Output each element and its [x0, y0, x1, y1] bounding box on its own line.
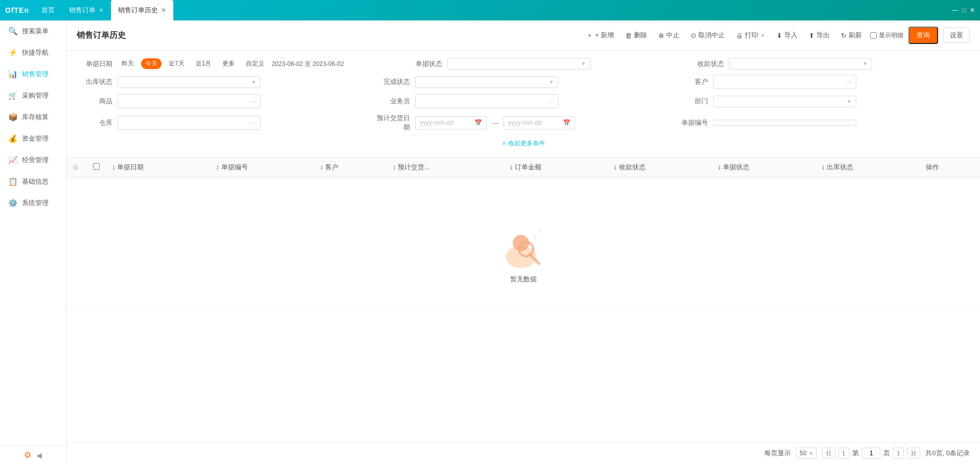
maximize-btn[interactable]: □ — [962, 7, 966, 14]
tab-home[interactable]: 首页 — [34, 0, 62, 20]
custom-btn[interactable]: 自定义 — [242, 58, 268, 70]
complete-status-select[interactable]: ▼ — [415, 76, 558, 88]
stop-btn[interactable]: ⊗ 中止 — [655, 29, 682, 42]
delete-btn[interactable]: 🗑 删除 — [622, 29, 650, 42]
svg-text:?: ? — [538, 229, 541, 235]
close-sales-order-history-tab[interactable]: ✕ — [161, 7, 166, 14]
print-btn[interactable]: 🖨 打印 ▼ — [733, 29, 768, 42]
dept-label: 部门 — [672, 97, 713, 106]
out-status-select[interactable]: ▼ — [118, 76, 261, 88]
sidebar-item-search-menu[interactable]: 🔍 搜索菜单 — [0, 20, 66, 42]
header-row: ⚙ ↕ 单据日期 ↕ 单据编号 — [66, 158, 980, 178]
warehouse-control: ··· — [118, 116, 374, 130]
out-status-arrow: ▼ — [251, 79, 256, 85]
sidebar-item-inventory[interactable]: 📦 库存核算 — [0, 106, 66, 128]
empty-illustration: ? ? ~ — [493, 224, 554, 275]
toolbar: ＋ + 新增 🗑 删除 ⊗ 中止 ⊙ 取消中止 🖨 打印 — [583, 27, 970, 44]
display-detail-check[interactable]: 显示明细 — [870, 31, 903, 40]
close-app-btn[interactable]: ✕ — [970, 7, 975, 14]
sidebar-collapse-btn[interactable]: ◀ — [36, 451, 42, 459]
collapse-label: ∧ 收起更多条件 — [502, 140, 545, 147]
page-size-arrow: ▼ — [808, 451, 813, 456]
collapse-row[interactable]: ∧ 收起更多条件 — [77, 137, 970, 150]
sidebar-item-operations[interactable]: 📈 经营管理 — [0, 149, 66, 171]
prev-page-btn[interactable]: ⟨ — [838, 448, 849, 459]
salesperson-label: 业务员 — [374, 97, 415, 106]
top-bar: OfTEn 首页 销售订单 ✕ 销售订单历史 ✕ — □ ✕ — [0, 0, 980, 20]
page-size-select[interactable]: 50 ▼ — [796, 448, 817, 459]
data-table: ⚙ ↕ 单据日期 ↕ 单据编号 — [66, 158, 980, 310]
import-btn[interactable]: ⬇ 导入 — [773, 29, 801, 42]
filter-row-4: 仓库 ··· 预计交货日期 yyyy-mm-dd 📅 — yyyy-mm-d — [77, 114, 970, 132]
refresh-btn[interactable]: ↻ 刷新 — [838, 29, 865, 42]
customer-label: 客户 — [672, 77, 713, 86]
stop-icon: ⊗ — [658, 32, 664, 39]
complete-status-label: 完成状态 — [374, 77, 415, 86]
doc-status-select[interactable]: ▼ — [447, 58, 590, 70]
sidebar-item-sales-mgmt[interactable]: 📊 销售管理 — [0, 63, 66, 85]
sidebar-item-base-info[interactable]: 📋 基础信息 — [0, 171, 66, 192]
last-page-btn[interactable]: ⟩⟩ — [907, 448, 920, 459]
total-info: 共0页, 0条记录 — [925, 449, 970, 458]
warehouse-dots: ··· — [250, 119, 256, 127]
7days-btn[interactable]: 近7天 — [165, 58, 189, 70]
page-label: 第 — [852, 449, 859, 458]
page-title-bar: 销售订单历史 ＋ + 新增 🗑 删除 ⊗ 中止 ⊙ 取消中止 — [66, 20, 980, 51]
receipt-status-select[interactable]: ▼ — [729, 58, 872, 70]
page-input[interactable] — [862, 448, 880, 459]
col-doc-status: ↕ 单据状态 — [712, 158, 815, 178]
dept-select[interactable]: ▼ — [713, 96, 856, 107]
table-header: ⚙ ↕ 单据日期 ↕ 单据编号 — [66, 158, 980, 178]
column-settings-icon[interactable]: ⚙ — [73, 164, 79, 171]
tab-sales-order[interactable]: 销售订单 ✕ — [62, 0, 111, 20]
doc-number-label: 单据编号 — [672, 118, 713, 127]
receipt-status-label: 收款状态 — [688, 59, 729, 69]
new-btn[interactable]: ＋ + 新增 — [583, 29, 617, 42]
customer-select[interactable]: ··· — [713, 75, 856, 89]
display-detail-checkbox[interactable] — [870, 32, 877, 39]
expected-date-label: 预计交货日期 — [374, 114, 415, 132]
main-layout: 🔍 搜索菜单 ⚡ 快捷导航 📊 销售管理 🛒 采购管理 📦 库存核算 💰 资金管… — [0, 20, 980, 464]
table-body: ? ? ~ 暂无数据 — [66, 178, 980, 310]
sidebar-item-finance[interactable]: 💰 资金管理 — [0, 128, 66, 149]
tab-sales-order-history[interactable]: 销售订单历史 ✕ — [111, 0, 173, 20]
select-all-checkbox[interactable] — [93, 163, 100, 170]
cancel-stop-icon: ⊙ — [691, 32, 696, 39]
dept-control: ▼ — [713, 96, 970, 107]
col-out-status: ↕ 出库状态 — [815, 158, 919, 178]
expected-date-from[interactable]: yyyy-mm-dd 📅 — [415, 116, 487, 129]
receipt-status-control: ▼ — [729, 58, 970, 70]
sidebar-item-purchase-mgmt[interactable]: 🛒 采购管理 — [0, 85, 66, 106]
settings-btn[interactable]: 设置 — [943, 28, 970, 43]
empty-state-row: ? ? ~ 暂无数据 — [66, 178, 980, 310]
export-btn[interactable]: ⬆ 导出 — [806, 29, 833, 42]
customer-dots: ··· — [846, 78, 852, 86]
calendar-from-icon[interactable]: 📅 — [474, 119, 482, 126]
sidebar: 🔍 搜索菜单 ⚡ 快捷导航 📊 销售管理 🛒 采购管理 📦 库存核算 💰 资金管… — [0, 20, 66, 464]
more-btn[interactable]: 更多 — [218, 58, 239, 70]
date-separator: — — [490, 119, 500, 127]
salesperson-select[interactable]: ··· — [415, 94, 558, 108]
yesterday-btn[interactable]: 昨天 — [118, 58, 138, 70]
delete-icon: 🗑 — [625, 32, 632, 39]
sidebar-item-quick-nav[interactable]: ⚡ 快捷导航 — [0, 42, 66, 63]
sidebar-settings-btn[interactable]: ⚙ — [24, 450, 31, 460]
pagination: ⟨⟨ ⟨ 第 页 ⟩ ⟩⟩ — [822, 448, 920, 459]
calendar-to-icon[interactable]: 📅 — [563, 119, 571, 126]
sidebar-item-system[interactable]: ⚙️ 系统管理 — [0, 192, 66, 214]
goods-select[interactable]: ··· — [118, 94, 261, 108]
first-page-btn[interactable]: ⟨⟨ — [822, 448, 835, 459]
1month-btn[interactable]: 近1月 — [192, 58, 216, 70]
query-btn[interactable]: 查询 — [908, 27, 938, 44]
next-page-btn[interactable]: ⟩ — [893, 448, 904, 459]
doc-number-input[interactable] — [713, 120, 856, 126]
base-info-icon: 📋 — [8, 177, 18, 186]
minimize-btn[interactable]: — — [952, 7, 958, 14]
warehouse-select[interactable]: ··· — [118, 116, 261, 130]
cancel-stop-btn[interactable]: ⊙ 取消中止 — [688, 29, 728, 42]
expected-date-to[interactable]: yyyy-mm-dd 📅 — [504, 116, 575, 129]
filter-row-3: 商品 ··· 业务员 ··· 部门 — [77, 94, 970, 108]
today-btn[interactable]: 今天 — [141, 58, 162, 69]
svg-text:?: ? — [533, 234, 536, 241]
close-sales-order-tab[interactable]: ✕ — [99, 7, 104, 14]
